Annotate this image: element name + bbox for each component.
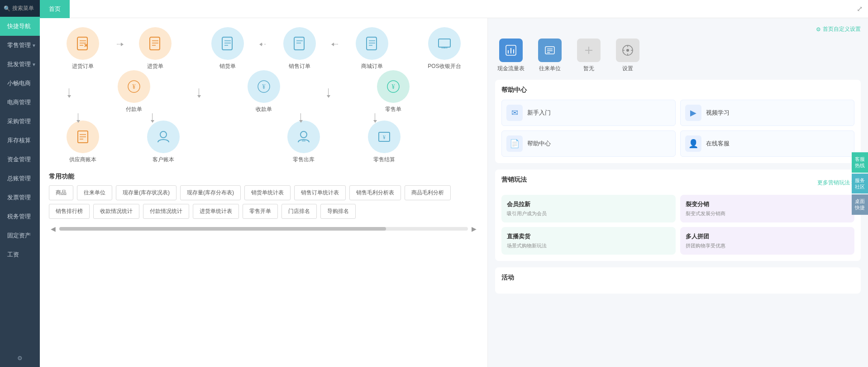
jinhuo-dan-label: 进货单: [147, 63, 163, 70]
common-functions-title: 常用功能: [49, 173, 478, 181]
common-functions: 常用功能 商品往来单位现存量(库存状况表)现存量(库存分布表)销货单统计表销售订…: [49, 173, 478, 219]
quick-icon-2[interactable]: 暂无: [573, 39, 605, 72]
sidebar-item-小畅电商[interactable]: 小畅电商: [0, 74, 40, 93]
sidebar-item-label: 固定资产: [7, 232, 31, 240]
svg-rect-15: [367, 37, 377, 50]
flow-node-pos[interactable]: POS收银开台: [410, 27, 478, 70]
func-btn-导购排名[interactable]: 导购排名: [320, 204, 356, 219]
shangcheng-dingdan-label: 商城订单: [361, 63, 383, 70]
flow-node-jinhuo-dan[interactable]: 进货单: [121, 27, 189, 70]
tab-home[interactable]: 首页: [40, 0, 70, 18]
float-btn-2[interactable]: 桌面快捷: [852, 194, 868, 215]
xiaoshou-dingdan-icon: [283, 27, 316, 60]
help-item-0[interactable]: ✉新手入门: [501, 100, 676, 126]
sidebar-item-资金管理[interactable]: 资金管理: [0, 150, 40, 169]
fukuan-dan-label: 付款单: [126, 106, 142, 113]
flow-node-kehu-zhangben[interactable]: 客户账本: [129, 121, 197, 164]
func-btn-商品毛利分析[interactable]: 商品毛利分析: [405, 185, 451, 200]
sidebar-item-快捷导航[interactable]: 快捷导航: [0, 17, 40, 36]
float-btn-0[interactable]: 客服热线: [852, 152, 868, 173]
scroll-right-btn[interactable]: ▶: [470, 224, 478, 233]
more-marketing-link[interactable]: 更多营销玩法 >: [817, 179, 854, 187]
quick-icon-1[interactable]: 往来单位: [534, 39, 566, 72]
quick-icon-3[interactable]: 设置: [612, 39, 644, 72]
fullscreen-button[interactable]: ⤢: [857, 5, 863, 13]
marketing-item-3[interactable]: 多人拼团拼团购物享受优惠: [680, 227, 854, 255]
help-icon-2: 📄: [506, 135, 523, 152]
flow-node-jinhuo-dingdan[interactable]: 进货订单: [49, 27, 117, 70]
flow-node-lingshou-jiesuan[interactable]: ¥ 零售结算: [350, 121, 418, 164]
marketing-title: 营销玩法: [501, 176, 527, 184]
help-item-1[interactable]: ▶视频学习: [680, 100, 854, 126]
customize-label[interactable]: 首页自定义设置: [823, 25, 861, 33]
marketing-item-desc-1: 裂变式发展分销商: [686, 210, 849, 217]
sidebar-item-label: 采购管理: [7, 117, 31, 126]
sidebar-item-采购管理[interactable]: 采购管理: [0, 112, 40, 131]
quick-icon-label-2: 暂无: [583, 65, 594, 72]
help-center-title: 帮助中心: [501, 86, 854, 94]
marketing-item-2[interactable]: 直播卖货场景式购物新玩法: [501, 227, 676, 255]
func-btn-收款情况统计[interactable]: 收款情况统计: [93, 204, 139, 219]
help-item-2[interactable]: 📄帮助中心: [501, 130, 676, 157]
func-btn-门店排名[interactable]: 门店排名: [281, 204, 317, 219]
sidebar-item-电商管理[interactable]: 电商管理: [0, 93, 40, 112]
sidebar-item-label: 小畅电商: [7, 79, 31, 87]
flow-row-2: ¥ 付款单 ¥ 收款单: [49, 70, 478, 113]
flow-node-lingshou-chuku[interactable]: 零售出库: [270, 121, 338, 164]
lingshou-chuku-label: 零售出库: [293, 156, 315, 164]
scroll-thumb: [59, 227, 386, 231]
func-btn-销售排行榜[interactable]: 销售排行榜: [49, 204, 90, 219]
activity-title: 活动: [501, 274, 854, 282]
sidebar-item-税务管理[interactable]: 税务管理: [0, 207, 40, 226]
svg-text:¥: ¥: [392, 83, 395, 90]
arrow-4-5: [334, 44, 338, 44]
scroll-track[interactable]: [59, 227, 468, 231]
sidebar-item-工资[interactable]: 工资: [0, 245, 40, 264]
func-btn-付款情况统计[interactable]: 付款情况统计: [143, 204, 189, 219]
float-btn-1[interactable]: 服务社区: [852, 174, 868, 194]
flow-node-lingshou-dan[interactable]: ¥ 零售单: [359, 70, 427, 113]
func-btn-零售开单[interactable]: 零售开单: [243, 204, 278, 219]
lingshou-dan-icon: ¥: [377, 70, 410, 103]
marketing-item-0[interactable]: 会员拉新吸引用户成为会员: [501, 195, 676, 222]
flow-node-xiaoshou-dingdan[interactable]: 销售订单: [266, 27, 334, 70]
flow-node-fukuan-dan[interactable]: ¥ 付款单: [100, 70, 168, 113]
func-btn-销货单统计表[interactable]: 销货单统计表: [244, 185, 291, 200]
func-btn-进货单统计表[interactable]: 进货单统计表: [193, 204, 239, 219]
func-btn-销售订单统计表[interactable]: 销售订单统计表: [294, 185, 346, 200]
xiaoshou-dingdan-label: 销售订单: [289, 63, 310, 70]
flow-node-xiaohuo-dan[interactable]: 销货单: [194, 27, 262, 70]
sidebar-item-发票管理[interactable]: 发票管理: [0, 188, 40, 207]
flow-node-gongyingshang-zhangben[interactable]: 供应商账本: [49, 121, 117, 164]
svg-rect-19: [439, 39, 450, 47]
help-item-3[interactable]: 👤在线客服: [680, 130, 854, 157]
marketing-item-1[interactable]: 裂变分销裂变式发展分销商: [680, 195, 854, 222]
marketing-item-title-3: 多人拼团: [686, 232, 849, 241]
quick-icon-label-1: 往来单位: [539, 65, 561, 72]
func-btn-商品[interactable]: 商品: [49, 185, 73, 200]
search-icon: 🔍: [4, 5, 10, 12]
shoukuan-dan-icon: ¥: [248, 70, 280, 103]
quick-icon-0[interactable]: 现金流量表: [495, 39, 527, 72]
sidebar-item-固定资产[interactable]: 固定资产: [0, 226, 40, 245]
flow-node-shangcheng-dingdan[interactable]: 商城订单: [338, 27, 406, 70]
flow-node-shoukuan-dan[interactable]: ¥ 收款单: [230, 70, 298, 113]
sidebar-settings[interactable]: ⚙: [0, 349, 40, 367]
gongyingshang-icon: [67, 121, 99, 153]
sidebar-item-label: 总账管理: [7, 174, 31, 183]
search-menu[interactable]: 🔍 搜索菜单: [0, 0, 40, 17]
quick-icon-label-3: 设置: [622, 65, 633, 72]
sidebar-item-总账管理[interactable]: 总账管理: [0, 169, 40, 188]
sidebar-item-零售管理[interactable]: 零售管理▼: [0, 36, 40, 55]
sidebar-item-批发管理[interactable]: 批发管理▼: [0, 55, 40, 74]
func-btn-往来单位[interactable]: 往来单位: [77, 185, 112, 200]
scroll-left-btn[interactable]: ◀: [49, 224, 57, 233]
sidebar-item-库存核算[interactable]: 库存核算: [0, 131, 40, 150]
topbar: 首页 ⤢: [40, 0, 868, 18]
func-btn-销售毛利分析表[interactable]: 销售毛利分析表: [349, 185, 401, 200]
func-btn-现存量(库存分布表)[interactable]: 现存量(库存分布表): [180, 185, 241, 200]
quick-icons: 现金流量表往来单位暂无设置: [495, 39, 861, 72]
left-panel: 进货订单 进货单: [40, 18, 488, 367]
xiaohuo-dan-label: 销货单: [219, 63, 236, 70]
func-btn-现存量(库存状况表)[interactable]: 现存量(库存状况表): [116, 185, 176, 200]
